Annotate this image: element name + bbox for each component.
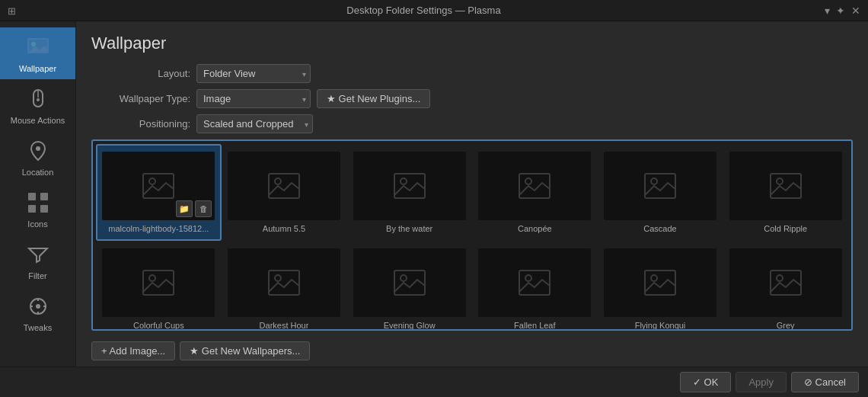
icons-icon bbox=[24, 189, 52, 216]
wallpaper-thumbnail bbox=[604, 248, 716, 317]
svg-point-23 bbox=[400, 178, 407, 184]
thumb-open-button[interactable]: 📁 bbox=[176, 200, 193, 217]
sidebar-item-filter[interactable]: Filter bbox=[0, 235, 75, 287]
sidebar-item-wallpaper[interactable]: Wallpaper bbox=[0, 27, 75, 79]
add-image-button[interactable]: + Add Image... bbox=[91, 341, 175, 360]
tweaks-icon bbox=[24, 293, 52, 320]
svg-point-27 bbox=[651, 178, 657, 184]
get-new-wallpapers-button[interactable]: ★ Get New Wallpapers... bbox=[180, 341, 310, 360]
wallpaper-item[interactable]: Canopée bbox=[472, 144, 598, 241]
wallpaper-item[interactable]: Grey bbox=[723, 241, 848, 331]
wallpaper-thumbnail bbox=[729, 152, 842, 220]
wallpaper-grid: 📁 🗑 malcolm-lightbody-15812... Autumn 5.… bbox=[93, 141, 851, 331]
sidebar-item-location[interactable]: Location bbox=[0, 131, 75, 183]
wallpaper-name: Grey bbox=[777, 321, 795, 330]
svg-point-31 bbox=[149, 275, 155, 281]
wallpaper-thumbnail bbox=[102, 248, 215, 317]
titlebar-minimize-icon[interactable]: ▾ bbox=[825, 5, 830, 17]
grid-action-bar: + Add Image... ★ Get New Wallpapers... bbox=[91, 337, 853, 367]
wallpaper-name: By the water bbox=[386, 224, 432, 233]
layout-select[interactable]: Folder View Desktop bbox=[196, 64, 311, 83]
sidebar-item-icons[interactable]: Icons bbox=[0, 183, 75, 235]
sidebar-item-filter-label: Filter bbox=[28, 271, 46, 280]
svg-rect-10 bbox=[28, 205, 36, 213]
svg-point-39 bbox=[651, 275, 657, 281]
wallpaper-name: Flying Konqui bbox=[635, 321, 686, 330]
svg-rect-9 bbox=[40, 193, 48, 200]
content-area: Wallpaper Layout: Folder View Desktop ▾ … bbox=[76, 21, 868, 367]
layout-select-wrapper: Folder View Desktop ▾ bbox=[196, 64, 311, 83]
titlebar-controls: ▾ ✦ ✕ bbox=[825, 5, 860, 17]
svg-point-29 bbox=[777, 178, 783, 184]
sidebar-item-wallpaper-label: Wallpaper bbox=[19, 64, 56, 73]
titlebar-left-icon: ⊞ bbox=[8, 4, 23, 18]
wallpaper-item[interactable]: Autumn 5.5 bbox=[222, 144, 347, 241]
wallpaper-type-select-wrapper: Image Color Slideshow ▾ bbox=[196, 89, 311, 108]
sidebar-item-tweaks[interactable]: Tweaks bbox=[0, 287, 75, 338]
sidebar-item-icons-label: Icons bbox=[27, 219, 47, 229]
wallpaper-type-label: Wallpaper Type: bbox=[91, 93, 190, 104]
wallpaper-thumbnail bbox=[478, 152, 591, 220]
wallpaper-item[interactable]: Evening Glow bbox=[346, 241, 472, 331]
wallpaper-thumbnail bbox=[729, 248, 842, 317]
wallpaper-item[interactable]: Cold Ripple bbox=[723, 144, 848, 241]
sidebar-item-mouse-label: Mouse Actions bbox=[11, 116, 65, 125]
wallpaper-name: Cold Ripple bbox=[764, 224, 807, 233]
titlebar: ⊞ Desktop Folder Settings — Plasma ▾ ✦ ✕ bbox=[0, 0, 868, 21]
sidebar: Wallpaper Mouse Actions Location bbox=[0, 21, 76, 367]
bottom-bar: ✓ OK Apply ⊘ Cancel bbox=[0, 367, 868, 397]
location-icon bbox=[24, 137, 52, 165]
sidebar-item-mouse-actions[interactable]: Mouse Actions bbox=[0, 79, 75, 131]
wallpaper-item[interactable]: By the water bbox=[346, 144, 472, 241]
titlebar-close-icon[interactable]: ✕ bbox=[851, 5, 860, 17]
thumb-delete-button[interactable]: 🗑 bbox=[195, 200, 212, 217]
wallpaper-name: Evening Glow bbox=[384, 321, 436, 330]
sidebar-item-tweaks-label: Tweaks bbox=[24, 323, 52, 332]
wallpaper-name: Cascade bbox=[643, 224, 676, 233]
wallpaper-thumbnail bbox=[228, 248, 340, 317]
layout-row: Layout: Folder View Desktop ▾ bbox=[91, 64, 853, 83]
wallpaper-item[interactable]: Flying Konqui bbox=[598, 241, 723, 331]
wallpaper-thumbnail bbox=[478, 248, 591, 317]
wallpaper-icon bbox=[24, 34, 52, 61]
positioning-row: Positioning: Scaled and Cropped Scaled C… bbox=[91, 114, 853, 133]
svg-point-19 bbox=[149, 178, 155, 184]
titlebar-title: Desktop Folder Settings — Plasma bbox=[23, 5, 825, 16]
svg-point-21 bbox=[275, 178, 281, 184]
titlebar-settings-icon[interactable]: ✦ bbox=[836, 5, 845, 17]
wallpaper-item[interactable]: Colorful Cups bbox=[96, 241, 222, 331]
wallpaper-name: Colorful Cups bbox=[133, 321, 184, 330]
cancel-button[interactable]: ⊘ Cancel bbox=[791, 372, 859, 392]
svg-point-13 bbox=[36, 304, 40, 309]
wallpaper-thumbnail bbox=[353, 248, 466, 317]
svg-point-35 bbox=[400, 275, 407, 281]
wallpaper-thumbnail bbox=[353, 152, 466, 220]
get-new-plugins-button[interactable]: ★ Get New Plugins... bbox=[317, 89, 430, 108]
svg-rect-11 bbox=[40, 205, 48, 213]
positioning-select-wrapper: Scaled and Cropped Scaled Cropped Center… bbox=[196, 114, 313, 133]
wallpaper-name: Canopée bbox=[518, 224, 552, 233]
wallpaper-type-row: Wallpaper Type: Image Color Slideshow ▾ … bbox=[91, 89, 853, 108]
main-layout: Wallpaper Mouse Actions Location bbox=[0, 21, 868, 367]
wallpaper-name: malcolm-lightbody-15812... bbox=[108, 224, 209, 233]
apply-button[interactable]: Apply bbox=[736, 372, 787, 392]
filter-icon bbox=[24, 241, 52, 268]
positioning-label: Positioning: bbox=[91, 118, 190, 130]
svg-point-6 bbox=[37, 98, 40, 101]
positioning-select[interactable]: Scaled and Cropped Scaled Cropped Center… bbox=[196, 114, 313, 133]
wallpaper-item[interactable]: Cascade bbox=[598, 144, 723, 241]
wallpaper-name: Darkest Hour bbox=[260, 321, 309, 330]
svg-rect-8 bbox=[28, 193, 36, 200]
wallpaper-item[interactable]: Darkest Hour bbox=[222, 241, 347, 331]
svg-point-25 bbox=[525, 178, 531, 184]
svg-point-37 bbox=[525, 275, 531, 281]
wallpaper-name: Fallen Leaf bbox=[514, 321, 555, 330]
mouse-icon bbox=[24, 85, 52, 113]
wallpaper-type-select[interactable]: Image Color Slideshow bbox=[196, 89, 311, 108]
wallpaper-item[interactable]: Fallen Leaf bbox=[472, 241, 598, 331]
wallpaper-item[interactable]: 📁 🗑 malcolm-lightbody-15812... bbox=[96, 144, 222, 241]
wallpaper-name: Autumn 5.5 bbox=[263, 224, 305, 233]
svg-point-33 bbox=[275, 275, 281, 281]
ok-button[interactable]: ✓ OK bbox=[680, 372, 731, 392]
wallpaper-thumbnail bbox=[228, 152, 340, 220]
